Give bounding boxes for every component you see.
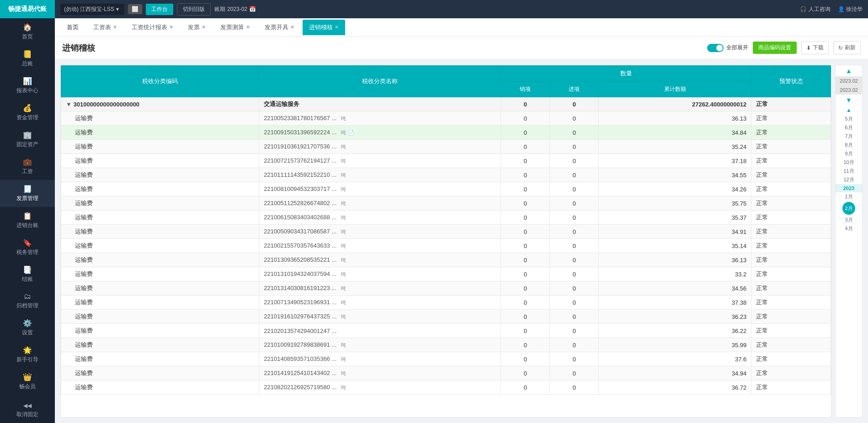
sidebar-unpin[interactable]: ◀◀ 取消固定	[0, 398, 55, 423]
sidebar-item-finance[interactable]: 💰 资金管理	[0, 99, 55, 126]
sidebar-item-tax[interactable]: 🔖 税务管理	[0, 234, 55, 261]
table-row[interactable]: 运输费 22100721573762194127 ... 吨 0 0 37.18…	[61, 154, 831, 168]
refresh-button[interactable]: ↻ 刷新	[833, 41, 861, 54]
tab-reconcile-close[interactable]: ✕	[335, 24, 339, 30]
sidebar-item-archive[interactable]: 🗂 归档管理	[0, 288, 55, 314]
tab-invoice-issue-close[interactable]: ✕	[290, 24, 294, 30]
sidebar-item-label: 归档管理	[16, 302, 38, 310]
tab-salary-report[interactable]: 工资统计报表 ✕	[125, 20, 180, 35]
table-row[interactable]: 运输费 22108202126925719580 ... 吨 0 0 36.72…	[61, 381, 831, 395]
copy-button[interactable]: ⬜	[128, 4, 142, 14]
cell-status: 正常	[751, 154, 831, 168]
table-row[interactable]: 运输费 22101910361921707536 ... 吨 0 0 35.24…	[61, 140, 831, 154]
sidebar-item-member[interactable]: 👑 畅会员	[0, 368, 55, 395]
cell-invoice-tag: 22101419125410143402 ... 吨	[259, 366, 501, 381]
tab-invoice-calc-close[interactable]: ✕	[246, 24, 250, 30]
table-row[interactable]: 运输费 22101419125410143402 ... 吨 0 0 34.94…	[61, 366, 831, 381]
cell-invoice-tag: 22100915031396592224 ... 吨 📄	[259, 126, 501, 140]
tab-invoice[interactable]: 发票 ✕	[181, 20, 212, 35]
year-up-arrow[interactable]: ▲	[846, 107, 852, 113]
sidebar-item-closing[interactable]: 📑 结账	[0, 261, 55, 288]
active-month[interactable]: 2月	[842, 202, 855, 215]
table-row[interactable]: 运输费 22100615083403402688 ... 吨 0 0 35.37…	[61, 211, 831, 225]
table-row[interactable]: ▼ 30100000000000000000 交通运输服务 0 0 27262.…	[61, 97, 831, 111]
scroll-down-top[interactable]: ▼	[836, 95, 862, 106]
scroll-up[interactable]: ▲	[836, 65, 862, 76]
table-row[interactable]: 运输费 22100713490523196931 ... 吨 0 0 37.38…	[61, 296, 831, 310]
sidebar-item-salary[interactable]: 💼 工资	[0, 153, 55, 180]
company-selector[interactable]: (勿动) 江西报宝-LSS ▾	[60, 4, 124, 15]
sidebar-item-reports[interactable]: 📊 报表中心	[0, 72, 55, 99]
tab-invoice-calc-label: 发票测算	[220, 23, 244, 32]
cell-cumulative: 36.22	[599, 324, 751, 338]
table-row[interactable]: 运输费 22101309365208535221 ... 吨 0 0 36.13…	[61, 253, 831, 267]
tab-home[interactable]: 首页	[60, 20, 85, 35]
table-row[interactable]: 运输费 22100509034317086587 ... 吨 0 0 34.91…	[61, 225, 831, 239]
sidebar-item-settings[interactable]: ⚙️ 设置	[0, 314, 55, 341]
settings-button[interactable]: 商品编码设置	[753, 42, 797, 54]
table-row[interactable]: 运输费 22100215570357643633 ... 吨 0 0 35.14…	[61, 239, 831, 253]
table-row[interactable]: 运输费 22101408593571035366 ... 吨 0 0 37.6 …	[61, 352, 831, 366]
tab-invoice-calc[interactable]: 发票测算 ✕	[214, 20, 256, 35]
cell-sales: 0	[501, 310, 550, 324]
sidebar-item-home[interactable]: 🏠 首页	[0, 18, 55, 45]
tab-salary-report-close[interactable]: ✕	[169, 24, 173, 30]
download-button[interactable]: ⬇ 下载	[801, 41, 829, 54]
workspace-button[interactable]: 工作台	[146, 4, 173, 15]
cell-purchase: 0	[550, 253, 599, 267]
col-sales-header: 销项	[501, 82, 550, 97]
closing-icon: 📑	[23, 265, 32, 274]
month-1[interactable]: 1月	[836, 192, 862, 201]
tab-home-label: 首页	[67, 23, 79, 32]
table-row[interactable]: 运输费 22101009192789838691 ... 吨 0 0 35.99…	[61, 338, 831, 352]
cell-purchase: 0	[550, 126, 599, 140]
table-row[interactable]: 运输费 22101314030816191223 ... 吨 0 0 34.56…	[61, 281, 831, 296]
month-4[interactable]: 4月	[836, 224, 862, 233]
cell-sales: 0	[501, 111, 550, 126]
month-2-container[interactable]: 2月	[836, 201, 862, 216]
cell-sales: 0	[501, 97, 550, 111]
table-row[interactable]: 运输费 22100523381780176567 ... 吨 0 0 36.13…	[61, 111, 831, 126]
sidebar-item-assets[interactable]: 🏢 固定资产	[0, 126, 55, 153]
sidebar-item-invoice[interactable]: 🧾 发票管理	[0, 180, 55, 207]
tab-reconcile[interactable]: 进销稽核 ✕	[303, 20, 345, 35]
tab-invoice-issue-label: 发票开具	[265, 23, 288, 32]
cell-purchase: 0	[550, 97, 599, 111]
tab-salary[interactable]: 工资表 ✕	[87, 20, 123, 35]
company-name: (勿动) 江西报宝-LSS	[64, 5, 114, 13]
cell-invoice-tag: 22100509034317086587 ... 吨	[259, 225, 501, 239]
dropdown-icon: ▾	[116, 6, 119, 12]
tab-salary-close[interactable]: ✕	[113, 24, 117, 30]
toggle-switch[interactable]	[707, 44, 724, 52]
sidebar-item-ledger[interactable]: 📒 总账	[0, 45, 55, 72]
cell-invoice-tag: 22100511252826674802 ... 吨	[259, 196, 501, 211]
calendar-icon[interactable]: 📅	[249, 6, 256, 12]
table-row[interactable]: 运输费 22101111143592152210 ... 吨 0 0 34.55…	[61, 168, 831, 182]
switch-version-button[interactable]: 切到旧版	[177, 3, 211, 16]
cell-status: 正常	[751, 140, 831, 154]
cell-sales: 0	[501, 154, 550, 168]
support-link[interactable]: 🎧 人工咨询	[800, 5, 830, 13]
table-row[interactable]: 运输费 22101310194324037594 ... 吨 0 0 33.2 …	[61, 267, 831, 281]
table-row[interactable]: 运输费 22100511252826674802 ... 吨 0 0 35.75…	[61, 196, 831, 211]
table-row[interactable]: 运输费 22101916102976437325 ... 吨 0 0 36.23…	[61, 310, 831, 324]
cell-purchase: 0	[550, 267, 599, 281]
tab-invoice-issue[interactable]: 发票开具 ✕	[258, 20, 301, 35]
month-3[interactable]: 3月	[836, 216, 862, 224]
download-icon: ⬇	[806, 45, 811, 51]
col-cumulative-header: 累计数额	[599, 82, 751, 97]
data-table-wrapper[interactable]: 税收分类编码 税收分类名称 数量 预警状态 销项 进项 累计数额 ▼ 30100…	[60, 65, 831, 418]
table-row[interactable]: 运输费 22100810094532303717 ... 吨 0 0 34.26…	[61, 182, 831, 196]
tab-invoice-close[interactable]: ✕	[202, 24, 206, 30]
cell-status: 正常	[751, 281, 831, 296]
expand-toggle[interactable]: 全部展开	[707, 44, 748, 52]
user-menu[interactable]: 👤 徐泾华	[838, 5, 863, 13]
sidebar-item-guide[interactable]: 🌟 新手引导	[0, 341, 55, 368]
cell-purchase: 0	[550, 140, 599, 154]
finance-icon: 💰	[23, 104, 32, 112]
cell-invoice-tag: 22100523381780176567 ... 吨	[259, 111, 501, 126]
table-row[interactable]: 运输费 22102013574294001247 ... 0 0 36.22 正…	[61, 324, 831, 338]
cell-status: 正常	[751, 126, 831, 140]
sidebar-item-purchases[interactable]: 📋 进销台账	[0, 207, 55, 234]
table-row[interactable]: 运输费 22100915031396592224 ... 吨 📄 0 0 34.…	[61, 126, 831, 140]
